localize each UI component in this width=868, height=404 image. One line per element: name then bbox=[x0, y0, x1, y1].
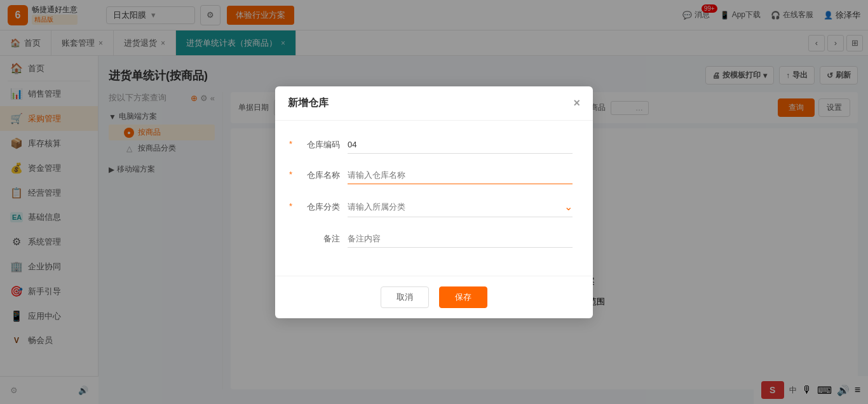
modal-body: 仓库编码 仓库名称 仓库分类 ⌄ 备注 bbox=[275, 121, 593, 276]
category-select[interactable]: ⌄ bbox=[348, 197, 573, 217]
form-row-code: 仓库编码 bbox=[295, 136, 573, 154]
code-label: 仓库编码 bbox=[295, 139, 340, 151]
add-warehouse-modal: 新增仓库 × 仓库编码 仓库名称 仓库分类 ⌄ bbox=[275, 86, 593, 318]
category-input[interactable] bbox=[348, 202, 564, 212]
name-label: 仓库名称 bbox=[295, 170, 340, 181]
form-row-category: 仓库分类 ⌄ bbox=[295, 197, 573, 217]
note-label: 备注 bbox=[295, 233, 340, 245]
cancel-button[interactable]: 取消 bbox=[381, 286, 429, 308]
form-row-note: 备注 bbox=[295, 230, 573, 248]
form-row-name: 仓库名称 bbox=[295, 166, 573, 184]
chevron-category-icon: ⌄ bbox=[564, 201, 573, 213]
modal-footer: 取消 保存 bbox=[275, 276, 593, 318]
modal-header: 新增仓库 × bbox=[275, 86, 593, 121]
modal-title: 新增仓库 bbox=[288, 97, 329, 110]
save-button[interactable]: 保存 bbox=[439, 286, 487, 308]
modal-close-button[interactable]: × bbox=[573, 97, 580, 110]
category-label: 仓库分类 bbox=[295, 201, 340, 213]
name-input[interactable] bbox=[348, 166, 573, 184]
modal-overlay: 新增仓库 × 仓库编码 仓库名称 仓库分类 ⌄ bbox=[0, 0, 868, 404]
code-input[interactable] bbox=[348, 136, 573, 154]
note-input[interactable] bbox=[348, 230, 573, 248]
